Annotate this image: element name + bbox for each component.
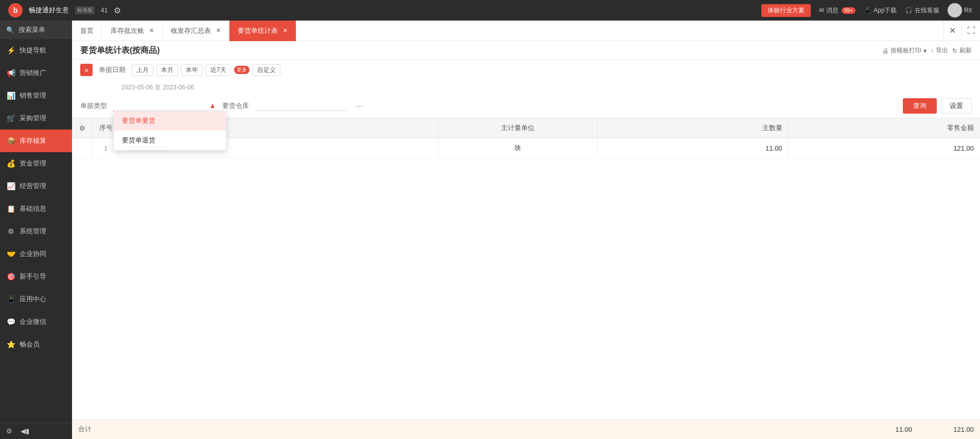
sidebar-bottom-collapse-icon[interactable]: ◀▮ <box>21 427 29 435</box>
sidebar-item-sales[interactable]: 📊 销售管理 <box>0 84 72 107</box>
tab-right-actions: ✕ ⛶ <box>943 21 980 41</box>
sidebar-marketing-label: 营销推广 <box>20 68 46 78</box>
sales-icon: 📊 <box>6 92 15 100</box>
print-icon: 🖨 <box>882 47 888 54</box>
sidebar-bottom-settings-icon[interactable]: ⚙ <box>6 427 12 435</box>
app-download-item[interactable]: 📱 App下载 <box>864 6 897 15</box>
app-settings-icon[interactable]: ⚙ <box>114 6 121 15</box>
sidebar-item-enterprise-collab[interactable]: 🤝 企业协同 <box>0 243 72 265</box>
messages-label: 消息 <box>826 6 839 15</box>
tab-requisition-summary-label: 要货单统计表 <box>238 26 278 35</box>
sidebar-item-finance[interactable]: 💰 资金管理 <box>0 152 72 175</box>
type-dropdown-menu: 要货单要货 要货单退货 <box>113 111 226 151</box>
tab-inventory-batch-close[interactable]: ✕ <box>149 27 154 34</box>
wechat-icon: 💬 <box>6 318 15 326</box>
col-settings-header[interactable]: ⚙ <box>72 118 93 138</box>
sidebar-item-search[interactable]: 🔍 搜索菜单 <box>0 21 72 39</box>
sidebar-search-label: 搜索菜单 <box>19 25 45 34</box>
user-name-label: Rit <box>964 7 972 14</box>
filter-more-btn[interactable]: ··· <box>356 101 364 112</box>
sidebar-item-inventory[interactable]: 📦 库存核算 <box>0 130 72 152</box>
page-actions: 🖨 按模板打印 ▾ ↑ 导出 ↻ 刷新 <box>882 46 972 55</box>
basic-info-icon: 📋 <box>6 205 15 213</box>
date-this-month-btn[interactable]: 本月 <box>156 64 178 76</box>
messages-badge: 99+ <box>842 7 856 14</box>
sidebar-item-operations[interactable]: 📈 经营管理 <box>0 175 72 197</box>
sidebar-item-membership[interactable]: ⭐ 畅会员 <box>0 333 72 356</box>
tab-inventory-batch-label: 库存批次账 <box>111 26 144 35</box>
messages-item[interactable]: ✉ 消息 99+ <box>819 6 856 15</box>
tab-collect-summary-close[interactable]: ✕ <box>216 27 221 34</box>
print-template-btn[interactable]: 🖨 按模板打印 ▾ <box>882 46 926 55</box>
dropdown-item-return[interactable]: 要货单退货 <box>114 131 226 150</box>
sidebar-bottom: ⚙ ◀▮ <box>0 423 72 439</box>
sidebar-wechat-label: 企业微信 <box>20 317 46 326</box>
type-label: 单据类型 <box>80 101 107 111</box>
search-icon: 🔍 <box>6 26 14 34</box>
sidebar-item-marketing[interactable]: 📢 营销推广 <box>0 62 72 84</box>
tab-collect-summary[interactable]: 收发存汇总表 ✕ <box>163 21 229 41</box>
user-item[interactable]: Rit <box>948 3 972 17</box>
app-header-left: b 畅捷通好生意 标准版 41 ⚙ <box>8 3 121 17</box>
online-service-item[interactable]: 🎧 在线客服 <box>905 6 939 15</box>
tab-home[interactable]: 首页 <box>72 21 102 41</box>
membership-icon: ⭐ <box>6 340 15 349</box>
col-qty-header: 主数量 <box>597 118 789 138</box>
inventory-icon: 📦 <box>6 137 15 145</box>
tab-collect-summary-label: 收发存汇总表 <box>171 26 211 35</box>
sidebar-item-system[interactable]: ⚙ 系统管理 <box>0 220 72 243</box>
col-unit-header: 主计量单位 <box>438 118 597 138</box>
dropdown-item-requisition[interactable]: 要货单要货 <box>114 111 226 131</box>
export-icon: ↑ <box>931 47 934 54</box>
filter-expand-btn[interactable]: » <box>80 64 93 76</box>
sidebar-item-new-guide[interactable]: 🎯 新手引导 <box>0 265 72 288</box>
tab-requisition-summary[interactable]: 要货单统计表 ✕ <box>229 21 296 41</box>
footer-label: 合计 <box>78 425 92 434</box>
enterprise-collab-icon: 🤝 <box>6 250 15 258</box>
app-center-icon: 📱 <box>6 295 15 303</box>
sidebar-purchase-label: 采购管理 <box>20 114 46 123</box>
date-more-badge[interactable]: 更多 <box>234 66 250 74</box>
date-last-7days-btn[interactable]: 近7天 <box>206 64 231 76</box>
type-select-arrow[interactable]: ▲ <box>209 101 216 109</box>
trial-button[interactable]: 体验行业方案 <box>761 4 811 17</box>
sidebar-quick-nav-label: 快捷导航 <box>20 46 46 55</box>
settings-button[interactable]: 设置 <box>941 98 972 114</box>
tab-close-all-btn[interactable]: ✕ <box>943 21 961 41</box>
tab-fullscreen-btn[interactable]: ⛶ <box>961 21 980 41</box>
export-btn[interactable]: ↑ 导出 <box>931 46 948 55</box>
page-title: 要货单统计表(按商品) <box>80 45 160 56</box>
sidebar-item-basic-info[interactable]: 📋 基础信息 <box>0 197 72 220</box>
query-button[interactable]: 查询 <box>903 98 937 114</box>
filter-actions: 查询 设置 <box>903 98 972 114</box>
type-select-input[interactable] <box>113 101 209 111</box>
sidebar-operations-label: 经营管理 <box>20 181 46 191</box>
tab-requisition-summary-close[interactable]: ✕ <box>283 27 288 34</box>
sidebar-system-label: 系统管理 <box>20 227 46 236</box>
warehouse-input[interactable] <box>255 101 348 111</box>
tab-inventory-batch[interactable]: 库存批次账 ✕ <box>102 21 163 41</box>
new-guide-icon: 🎯 <box>6 272 15 281</box>
date-custom-btn[interactable]: 自定义 <box>253 64 280 76</box>
table-wrapper: ⚙ 序号 商品 主计量单位 主数量 零售金额 1 <box>72 118 980 419</box>
date-last-month-btn[interactable]: 上月 <box>132 64 153 76</box>
print-dropdown-icon: ▾ <box>923 47 926 54</box>
sidebar: 🔍 搜索菜单 ⚡ 快捷导航 📢 营销推广 📊 销售管理 🛒 采购管理 📦 库存核… <box>0 21 72 439</box>
refresh-btn[interactable]: ↻ 刷新 <box>952 46 972 55</box>
warehouse-label: 要货仓库 <box>222 101 249 111</box>
sidebar-new-guide-label: 新手引导 <box>20 272 46 281</box>
sidebar-inventory-label: 库存核算 <box>20 136 46 145</box>
tab-home-label: 首页 <box>80 26 94 35</box>
date-this-year-btn[interactable]: 本年 <box>181 64 203 76</box>
sidebar-item-purchase[interactable]: 🛒 采购管理 <box>0 107 72 130</box>
service-icon: 🎧 <box>905 7 913 14</box>
purchase-icon: 🛒 <box>6 114 15 122</box>
sidebar-item-quick-nav[interactable]: ⚡ 快捷导航 <box>0 39 72 62</box>
sidebar-sales-label: 销售管理 <box>20 91 46 100</box>
settings-gear-icon[interactable]: ⚙ <box>79 124 85 132</box>
app-header: b 畅捷通好生意 标准版 41 ⚙ 体验行业方案 ✉ 消息 99+ 📱 App下… <box>0 0 980 21</box>
sidebar-item-app-center[interactable]: 📱 应用中心 <box>0 288 72 310</box>
row-qty-cell: 11.00 <box>597 138 789 158</box>
sidebar-basic-info-label: 基础信息 <box>20 204 46 213</box>
sidebar-item-wechat[interactable]: 💬 企业微信 <box>0 310 72 333</box>
